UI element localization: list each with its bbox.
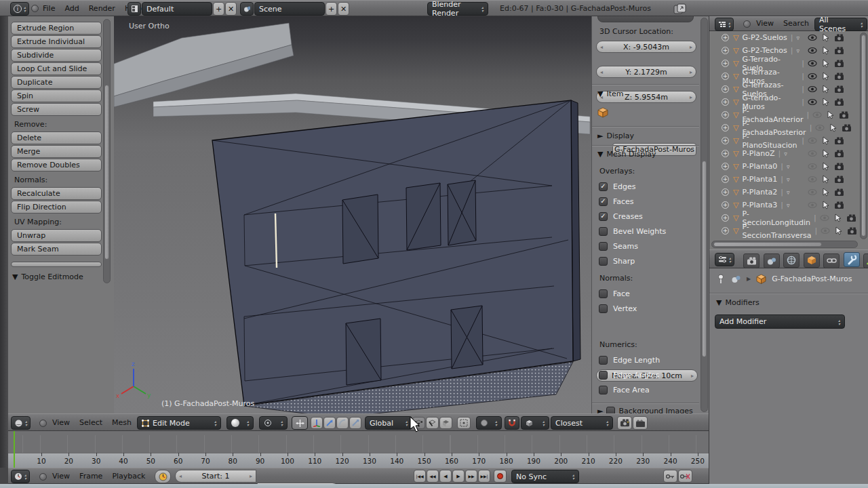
tool-button[interactable]: Duplicate xyxy=(11,76,102,89)
current-frame-indicator[interactable] xyxy=(14,431,15,468)
outliner-row[interactable]: + ▽ P-PlanoSituacion | ▿ xyxy=(709,134,868,147)
menu-item[interactable]: View xyxy=(751,17,778,30)
collapse-menus-icon[interactable] xyxy=(39,420,47,427)
checkbox[interactable] xyxy=(599,386,608,394)
visibility-eye-icon[interactable] xyxy=(808,176,817,183)
visibility-eye-icon[interactable] xyxy=(808,163,817,170)
checkbox[interactable] xyxy=(599,304,608,313)
selectable-cursor-icon[interactable] xyxy=(822,72,829,81)
operator-panel-header[interactable]: ▼Toggle Editmode xyxy=(12,272,83,281)
record-button[interactable] xyxy=(494,470,507,483)
item-panel-header[interactable]: ▼Item xyxy=(597,89,624,98)
editor-type-info-button[interactable]: i▴▾ xyxy=(10,2,29,16)
timeline-area[interactable]: 1020304050607080901001101201301401501601… xyxy=(8,431,709,468)
collapse-menus-icon[interactable] xyxy=(39,473,47,481)
play-reverse-button[interactable]: ◀ xyxy=(439,470,452,483)
checkbox[interactable] xyxy=(599,182,608,191)
checkbox[interactable] xyxy=(599,371,608,380)
sync-mode-select[interactable]: No Sync▴▾ xyxy=(511,470,579,483)
expand-icon[interactable]: + xyxy=(722,85,729,93)
selectable-cursor-icon[interactable] xyxy=(829,123,837,132)
renderable-camera-icon[interactable] xyxy=(834,34,844,42)
mesh-cube-icon[interactable] xyxy=(756,274,766,284)
window-duplicate-icon[interactable] xyxy=(673,3,687,15)
menu-item[interactable]: Mesh xyxy=(107,416,136,430)
renderable-camera-icon[interactable] xyxy=(834,163,844,171)
n-panel-scrollbar[interactable] xyxy=(701,18,708,412)
checkbox[interactable] xyxy=(606,407,615,413)
expand-icon[interactable]: + xyxy=(722,227,729,235)
menu-item[interactable]: Playback xyxy=(107,470,150,483)
selectable-cursor-icon[interactable] xyxy=(822,46,829,55)
prev-keyframe-button[interactable]: ◀◀ xyxy=(427,470,439,483)
tab-scene[interactable] xyxy=(764,253,780,268)
viewport-3d[interactable]: x y z User Ortho (1) G-FachadaPost-Muros xyxy=(114,16,591,413)
checkbox[interactable] xyxy=(599,289,608,298)
tool-button[interactable]: Subdivide xyxy=(11,49,102,62)
selectable-cursor-icon[interactable] xyxy=(822,33,829,42)
add-layout-button[interactable]: + xyxy=(213,2,224,16)
tool-button[interactable]: Mark Seam xyxy=(11,243,102,256)
renderable-camera-icon[interactable] xyxy=(847,227,857,235)
collapse-menus-icon[interactable] xyxy=(743,20,751,28)
visibility-eye-icon[interactable] xyxy=(808,34,817,41)
menu-item[interactable]: Frame xyxy=(75,470,107,483)
tool-button[interactable]: Extrude Individual xyxy=(11,35,102,48)
renderable-camera-icon[interactable] xyxy=(834,188,844,197)
tool-button[interactable]: Extrude Region xyxy=(11,22,102,35)
screen-layout-icon-button[interactable] xyxy=(127,2,141,16)
menu-item[interactable]: View xyxy=(47,416,75,430)
tool-button[interactable]: Loop Cut and Slide xyxy=(11,62,102,75)
checkbox-row[interactable]: Edge Angles xyxy=(599,367,696,382)
selectable-cursor-icon[interactable] xyxy=(822,149,829,158)
checkbox-row[interactable]: Seams xyxy=(599,239,696,253)
menu-item[interactable]: Add xyxy=(60,2,83,16)
manipulator-toggle-button[interactable] xyxy=(292,416,308,430)
tool-button-clipped[interactable] xyxy=(11,262,102,267)
checkbox-row[interactable]: Vertex xyxy=(599,301,696,316)
background-images-panel-header[interactable]: ►Background Images xyxy=(597,407,693,413)
scrollbar-thumb[interactable] xyxy=(713,242,822,247)
visibility-eye-icon[interactable] xyxy=(821,227,830,235)
selectable-cursor-icon[interactable] xyxy=(822,85,829,94)
expand-icon[interactable]: + xyxy=(722,163,729,170)
expand-icon[interactable]: + xyxy=(722,176,729,183)
renderable-camera-icon[interactable] xyxy=(834,73,844,81)
expand-icon[interactable]: + xyxy=(722,150,729,157)
selectable-cursor-icon[interactable] xyxy=(822,98,829,106)
checkbox[interactable] xyxy=(599,197,608,206)
checkbox-row[interactable]: Edge Length xyxy=(599,352,696,367)
renderable-camera-icon[interactable] xyxy=(839,111,849,119)
visibility-eye-icon[interactable] xyxy=(808,60,817,67)
scrollbar-thumb[interactable] xyxy=(861,35,866,237)
expand-icon[interactable]: + xyxy=(722,98,729,106)
checkbox[interactable] xyxy=(599,257,608,266)
scrollbar-thumb[interactable] xyxy=(702,161,707,357)
opengl-render-image-button[interactable] xyxy=(617,416,632,430)
viewport-shading-select[interactable]: ▴▾ xyxy=(226,416,254,430)
snap-element-select[interactable]: ▴▾ xyxy=(521,416,549,430)
checkbox[interactable] xyxy=(599,212,608,221)
visibility-eye-icon[interactable] xyxy=(808,98,817,106)
menu-item[interactable]: Render xyxy=(84,2,120,16)
visibility-eye-icon[interactable] xyxy=(808,47,817,54)
renderable-camera-icon[interactable] xyxy=(846,214,856,222)
checkbox-row[interactable]: Creases xyxy=(599,209,696,224)
selectable-cursor-icon[interactable] xyxy=(822,162,829,171)
outliner-filter-select[interactable]: All Scenes▴▾ xyxy=(814,18,867,31)
expand-icon[interactable]: + xyxy=(722,34,729,41)
tool-button[interactable]: Recalculate xyxy=(11,187,102,200)
object-name[interactable]: G-P2-Techos xyxy=(742,46,787,55)
visibility-eye-icon[interactable] xyxy=(808,188,817,196)
add-scene-button[interactable]: + xyxy=(326,2,337,16)
display-panel-header[interactable]: ►Display xyxy=(597,131,634,140)
tab-object[interactable] xyxy=(804,253,820,268)
tool-button[interactable]: Delete xyxy=(11,131,102,144)
editor-type-properties-button[interactable]: ▴▾ xyxy=(715,253,734,266)
visibility-eye-icon[interactable] xyxy=(815,124,825,131)
delete-layout-button[interactable]: ✕ xyxy=(225,2,237,16)
visibility-eye-icon[interactable] xyxy=(808,201,817,209)
visibility-eye-icon[interactable] xyxy=(820,214,829,222)
render-engine-select[interactable]: Blender Render▴▾ xyxy=(427,2,488,16)
tool-button[interactable]: Flip Direction xyxy=(11,201,102,214)
